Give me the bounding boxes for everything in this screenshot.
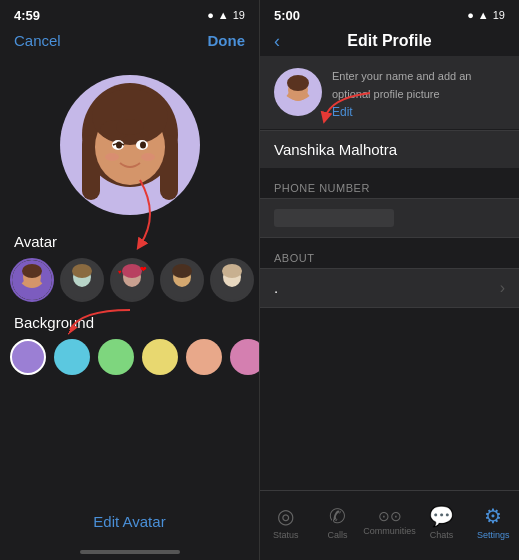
avatar-section-label: Avatar bbox=[0, 225, 259, 254]
edit-avatar-button[interactable]: Edit Avatar bbox=[93, 513, 165, 530]
settings-nav-icon: ⚙ bbox=[484, 504, 502, 528]
svg-point-30 bbox=[222, 264, 242, 278]
chats-nav-label: Chats bbox=[430, 530, 454, 540]
thumb-avatar-svg-4 bbox=[162, 260, 202, 300]
status-icons-left: ● ▲ 19 bbox=[207, 9, 245, 21]
svg-text:♥: ♥ bbox=[118, 269, 122, 275]
status-time-right: 5:00 bbox=[274, 8, 300, 23]
about-section-label: ABOUT bbox=[260, 252, 519, 268]
svg-point-22 bbox=[122, 264, 142, 278]
cancel-button[interactable]: Cancel bbox=[14, 32, 61, 49]
profile-avatar-svg bbox=[276, 70, 320, 114]
top-bar-left: Cancel Done bbox=[0, 28, 259, 55]
svg-point-12 bbox=[141, 153, 155, 161]
signal-icon-right: ● bbox=[467, 9, 474, 21]
bottom-nav: ◎ Status ✆ Calls ⊙⊙ Communities 💬 Chats … bbox=[260, 490, 519, 560]
wifi-icon-right: ▲ bbox=[478, 9, 489, 21]
avatar-thumb-4[interactable] bbox=[160, 258, 204, 302]
done-button[interactable]: Done bbox=[208, 32, 246, 49]
about-field-row[interactable]: . › bbox=[260, 268, 519, 308]
calls-nav-icon: ✆ bbox=[329, 504, 346, 528]
color-swatch-green[interactable] bbox=[98, 339, 134, 375]
wifi-icon: ▲ bbox=[218, 9, 229, 21]
status-bar-right: 5:00 ● ▲ 19 bbox=[260, 0, 519, 28]
thumb-avatar-svg-3: ❤ ♥ bbox=[112, 260, 152, 300]
chats-nav-icon: 💬 bbox=[429, 504, 454, 528]
profile-hint-area: Enter your name and add an optional prof… bbox=[332, 66, 505, 119]
svg-point-6 bbox=[116, 119, 144, 135]
phone-field-row[interactable] bbox=[260, 198, 519, 238]
color-swatch-pink[interactable] bbox=[230, 339, 259, 375]
avatar-thumb-5[interactable] bbox=[210, 258, 254, 302]
avatar-thumb-2[interactable] bbox=[60, 258, 104, 302]
avatar-thumb-3[interactable]: ❤ ♥ bbox=[110, 258, 154, 302]
left-panel: 4:59 ● ▲ 19 Cancel Done bbox=[0, 0, 259, 560]
phone-section: PHONE NUMBER bbox=[260, 182, 519, 238]
avatar-row: ❤ ♥ bbox=[0, 254, 259, 306]
svg-point-4 bbox=[92, 89, 168, 145]
settings-nav-label: Settings bbox=[477, 530, 510, 540]
nav-item-settings[interactable]: ⚙ Settings bbox=[467, 504, 519, 540]
avatar-thumb-1[interactable] bbox=[10, 258, 54, 302]
phone-section-label: PHONE NUMBER bbox=[260, 182, 519, 198]
nav-item-calls[interactable]: ✆ Calls bbox=[312, 504, 364, 540]
color-swatch-peach[interactable] bbox=[186, 339, 222, 375]
name-field[interactable]: Vanshika Malhotra bbox=[260, 130, 519, 168]
svg-point-34 bbox=[287, 75, 309, 91]
status-nav-label: Status bbox=[273, 530, 299, 540]
svg-point-16 bbox=[22, 264, 42, 278]
status-time-left: 4:59 bbox=[14, 8, 40, 23]
color-swatch-yellow[interactable] bbox=[142, 339, 178, 375]
svg-text:❤: ❤ bbox=[140, 265, 147, 274]
communities-nav-icon: ⊙⊙ bbox=[378, 508, 402, 524]
thumb-avatar-svg-5 bbox=[212, 260, 252, 300]
background-section-label: Background bbox=[0, 306, 259, 335]
profile-section: Enter your name and add an optional prof… bbox=[260, 56, 519, 129]
color-row bbox=[0, 335, 259, 379]
battery-icon: 19 bbox=[233, 9, 245, 21]
right-panel: 5:00 ● ▲ 19 ‹ Edit Profile Enter your na… bbox=[259, 0, 519, 560]
status-icons-right: ● ▲ 19 bbox=[467, 9, 505, 21]
nav-item-chats[interactable]: 💬 Chats bbox=[416, 504, 468, 540]
about-arrow-icon: › bbox=[500, 279, 505, 297]
nav-item-status[interactable]: ◎ Status bbox=[260, 504, 312, 540]
avatar-svg bbox=[60, 75, 200, 215]
back-button[interactable]: ‹ bbox=[274, 31, 280, 52]
status-nav-icon: ◎ bbox=[277, 504, 294, 528]
thumb-avatar-svg-1 bbox=[12, 260, 52, 300]
color-swatch-cyan[interactable] bbox=[54, 339, 90, 375]
color-swatch-purple[interactable] bbox=[10, 339, 46, 375]
name-value: Vanshika Malhotra bbox=[274, 141, 397, 158]
profile-hint-text: Enter your name and add an optional prof… bbox=[332, 70, 471, 100]
about-section: ABOUT . › bbox=[260, 252, 519, 308]
home-indicator-left bbox=[80, 550, 180, 554]
svg-point-9 bbox=[116, 142, 122, 149]
svg-point-27 bbox=[172, 264, 192, 278]
thumb-avatar-svg-2 bbox=[62, 260, 102, 300]
profile-avatar-small[interactable] bbox=[274, 68, 322, 116]
battery-icon-right: 19 bbox=[493, 9, 505, 21]
svg-point-11 bbox=[105, 153, 119, 161]
edit-profile-photo-link[interactable]: Edit bbox=[332, 105, 505, 119]
signal-icon: ● bbox=[207, 9, 214, 21]
avatar-circle[interactable] bbox=[60, 75, 200, 215]
page-title: Edit Profile bbox=[347, 32, 431, 50]
svg-point-10 bbox=[140, 142, 146, 149]
about-value: . bbox=[274, 279, 278, 296]
svg-point-19 bbox=[72, 264, 92, 278]
communities-nav-label: Communities bbox=[363, 526, 416, 536]
phone-value-placeholder bbox=[274, 209, 394, 227]
top-bar-right: ‹ Edit Profile bbox=[260, 28, 519, 56]
status-bar-left: 4:59 ● ▲ 19 bbox=[0, 0, 259, 28]
calls-nav-label: Calls bbox=[327, 530, 347, 540]
nav-item-communities[interactable]: ⊙⊙ Communities bbox=[363, 508, 416, 536]
avatar-area bbox=[0, 55, 259, 225]
